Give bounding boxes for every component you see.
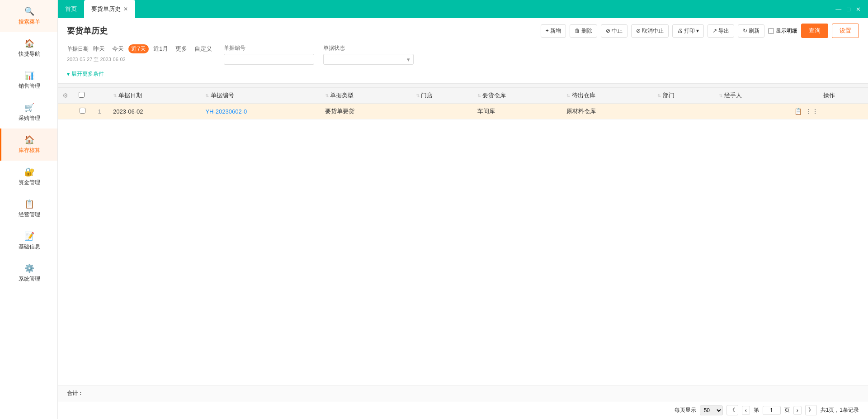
sort-icon: ⇅ [477, 93, 481, 98]
tab-home-label: 首页 [65, 5, 77, 13]
th-actions: 操作 [790, 88, 868, 104]
sidebar-item-finance[interactable]: 🔐 资金管理 [0, 161, 57, 193]
page-number-input[interactable] [763, 406, 781, 415]
chevron-down-icon: ▾ [67, 71, 70, 77]
th-checkbox[interactable] [74, 88, 90, 104]
row-doc-no[interactable]: YH-20230602-0 [201, 104, 320, 119]
row-handler [714, 104, 790, 119]
tab-requisition-history[interactable]: 要货单历史 ✕ [84, 0, 135, 18]
home-icon: 🏠 [24, 38, 34, 48]
window-maximize-icon[interactable]: □ [847, 6, 850, 13]
topbar-right: — □ ✕ [835, 6, 868, 13]
th-actions-label: 操作 [823, 92, 835, 99]
gear-icon: ⚙️ [24, 263, 34, 273]
sidebar-item-search[interactable]: 🔍 搜索菜单 [0, 0, 57, 32]
export-label: 导出 [718, 27, 729, 35]
date-range-text: 2023-05-27 至 2023-06-02 [67, 56, 215, 63]
sidebar-item-label: 经营管理 [19, 211, 40, 219]
page-suffix: 页 [784, 406, 790, 414]
delete-button[interactable]: 🗑 删除 [570, 24, 597, 38]
sidebar-item-label: 采购管理 [19, 114, 40, 122]
settings-button[interactable]: 设置 [832, 24, 859, 38]
sidebar-item-system[interactable]: ⚙️ 系统管理 [0, 257, 57, 289]
select-all-checkbox[interactable] [79, 92, 85, 98]
first-page-button[interactable]: 《 [726, 405, 738, 415]
table-area: ⚙ ⇅ 单据日期 ⇅ 单据编号 [58, 87, 868, 386]
sidebar-item-label: 快捷导航 [19, 50, 40, 58]
th-store[interactable]: ⇅ 门店 [411, 88, 473, 104]
export-button[interactable]: ↗ 导出 [708, 24, 734, 38]
next-page-button[interactable]: › [793, 406, 802, 415]
date-btn-today[interactable]: 今天 [109, 44, 127, 53]
date-btn-yesterday[interactable]: 昨天 [90, 44, 108, 53]
gear-icon[interactable]: ⚙ [62, 92, 68, 99]
sidebar-item-operations[interactable]: 📋 经营管理 [0, 193, 57, 225]
row-checkbox[interactable] [80, 108, 85, 114]
table-footer: 合计： [58, 386, 868, 401]
th-handler[interactable]: ⇅ 经手人 [714, 88, 790, 104]
toolbar: + 新增 🗑 删除 ⊘ 中止 ⊘ 取消中止 🖨 [541, 24, 859, 38]
sidebar-item-quick-nav[interactable]: 🏠 快捷导航 [0, 32, 57, 64]
date-filter-label: 单据日期 [67, 45, 89, 53]
sort-icon: ⇅ [566, 93, 570, 98]
th-settings[interactable]: ⚙ [58, 88, 74, 104]
search-icon: 🔍 [24, 6, 34, 16]
row-checkbox-cell[interactable] [74, 104, 90, 119]
th-req-warehouse[interactable]: ⇅ 要货仓库 [473, 88, 562, 104]
last-page-button[interactable]: 》 [805, 405, 817, 415]
row-action-edit-icon[interactable]: 📋 [794, 108, 802, 115]
sidebar-item-basic[interactable]: 📝 基础信息 [0, 225, 57, 257]
doc-no-filter-group: 单据编号 [224, 44, 314, 65]
doc-no-input[interactable] [224, 54, 314, 65]
print-label: 打印 [684, 27, 695, 35]
inventory-icon: 🏠 [24, 135, 34, 145]
window-minimize-icon[interactable]: — [835, 6, 841, 13]
expand-label: 展开更多条件 [71, 70, 104, 78]
row-action-more-icon[interactable]: ⋮⋮ [806, 108, 818, 115]
th-pending-warehouse[interactable]: ⇅ 待出仓库 [562, 88, 653, 104]
row-department [653, 104, 714, 119]
show-detail-checkbox[interactable] [768, 28, 774, 34]
sort-icon: ⇅ [416, 93, 420, 98]
th-doc-no[interactable]: ⇅ 单据编号 [201, 88, 320, 104]
stop-button[interactable]: ⊘ 中止 [601, 24, 627, 38]
cart-icon: 🛒 [24, 103, 34, 113]
th-doc-type[interactable]: ⇅ 单据类型 [321, 88, 411, 104]
chart-icon: 📊 [24, 71, 34, 81]
add-button[interactable]: + 新增 [541, 24, 566, 38]
date-btn-custom[interactable]: 自定义 [192, 44, 215, 53]
prev-page-button[interactable]: ‹ [742, 406, 750, 415]
table-body: 1 2023-06-02 YH-20230602-0 要货单要货 车间库 原材料… [58, 104, 868, 119]
status-select[interactable] [323, 54, 414, 65]
page-header: 要货单历史 + 新增 🗑 删除 ⊘ 中止 ⊘ 取消中止 [58, 18, 868, 84]
date-btn-last1month[interactable]: 近1月 [151, 44, 171, 53]
sidebar-item-purchase[interactable]: 🛒 采购管理 [0, 96, 57, 129]
doc-no-link[interactable]: YH-20230602-0 [205, 108, 247, 115]
cancel-stop-button[interactable]: ⊘ 取消中止 [631, 24, 669, 38]
cancel-stop-label: 取消中止 [642, 27, 664, 35]
tab-home[interactable]: 首页 [58, 0, 84, 18]
query-button[interactable]: 查询 [801, 24, 828, 38]
operations-icon: 📋 [24, 199, 34, 209]
th-department[interactable]: ⇅ 部门 [653, 88, 714, 104]
topbar: 首页 要货单历史 ✕ — □ ✕ [58, 0, 868, 18]
sidebar-item-sales[interactable]: 📊 销售管理 [0, 64, 57, 96]
refresh-label: 刷新 [749, 27, 760, 35]
status-select-wrapper [323, 54, 414, 65]
window-close-icon[interactable]: ✕ [856, 6, 861, 13]
date-btn-last7days[interactable]: 近7天 [128, 44, 149, 53]
sort-icon: ⇅ [325, 93, 329, 98]
th-date[interactable]: ⇅ 单据日期 [108, 88, 201, 104]
th-handler-label: 经手人 [724, 92, 742, 99]
sidebar-item-inventory[interactable]: 🏠 库存核算 [0, 129, 57, 161]
print-button[interactable]: 🖨 打印 ▾ [672, 24, 704, 38]
show-detail-checkbox-wrapper[interactable]: 显示明细 [768, 27, 797, 35]
row-doc-type: 要货单要货 [321, 104, 411, 119]
tab-close-icon[interactable]: ✕ [123, 6, 128, 12]
per-page-select[interactable]: 50 20 100 [700, 405, 723, 415]
refresh-button[interactable]: ↻ 刷新 [738, 24, 764, 38]
sort-icon: ⇅ [719, 93, 722, 98]
expand-filters-button[interactable]: ▾ 展开更多条件 [67, 68, 859, 80]
print-icon: 🖨 [677, 28, 683, 34]
date-btn-more[interactable]: 更多 [173, 44, 190, 53]
